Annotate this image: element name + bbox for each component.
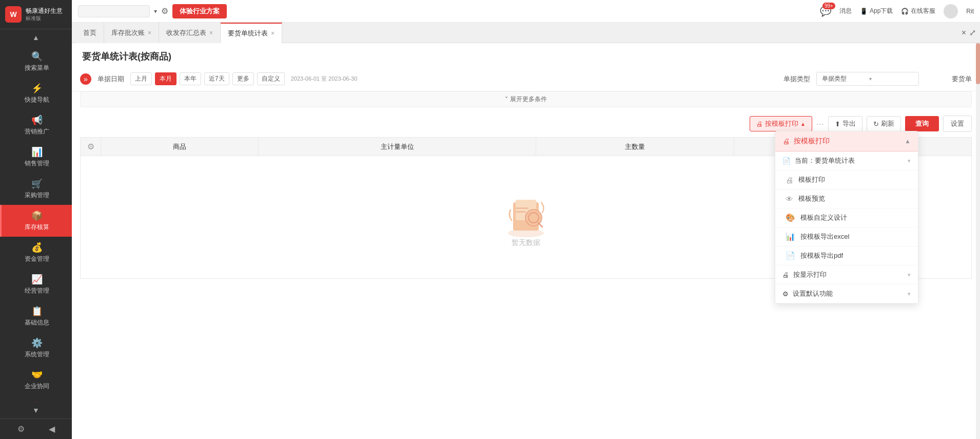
type-filter-label: 单据类型 [783,74,810,84]
date-year[interactable]: 本年 [180,72,201,85]
right-scrollbar[interactable] [976,43,980,439]
trial-btn[interactable]: 体验行业方案 [172,4,227,18]
marketing-icon: 📢 [31,114,43,126]
table-settings-btn[interactable]: ⚙ [87,142,94,151]
tab-home[interactable]: 首页 [76,23,104,43]
app-download-label: App下载 [870,7,893,15]
date-custom[interactable]: 自定义 [257,72,285,85]
set-default-section[interactable]: ⚙ 设置默认功能 ▾ [775,284,918,303]
col-goods-header: 商品 [101,138,259,156]
sidebar-item-finance[interactable]: 💰 资金管理 [0,237,72,269]
col-unit-header: 主计量单位 [258,138,536,156]
dropdown-template-print-item[interactable]: 🖨 模板打印 [775,170,918,189]
sidebar-item-system[interactable]: ⚙️ 系统管理 [0,332,72,364]
topbar-search-input[interactable] [78,5,150,17]
svg-line-5 [538,223,542,227]
current-template-arrow: ▾ [908,158,911,164]
sidebar-item-quick-nav[interactable]: ⚡ 快捷导航 [0,78,72,109]
template-print-dropdown: 🖨 按模板打印 ▲ 📄 当前：要货单统计表 ▾ 🖨 模板打印 [775,131,918,304]
query-btn[interactable]: 查询 [905,116,939,131]
message-btn[interactable]: 💬 99+ [820,6,831,17]
date-range-display: 2023-06-01 至 2023-06-30 [291,75,358,83]
date-7days[interactable]: 近7天 [204,72,229,85]
filter-row-1: » 单据日期 上月 本月 本年 近7天 更多 自定义 2023-06-01 至 … [80,72,972,86]
empty-illustration [500,187,552,238]
sidebar-item-inventory[interactable]: 📦 库存核算 [0,205,72,237]
doc-icon: 📄 [782,157,791,165]
logo-icon: W [5,6,22,23]
display-print-section[interactable]: 🖨 按显示打印 ▾ [775,265,918,284]
tab-close-all-btn[interactable]: × [962,28,966,37]
lightning-icon: ⚡ [31,83,43,94]
cart-icon: 🛒 [31,178,43,189]
sidebar-item-purchase[interactable]: 🛒 采购管理 [0,173,72,205]
sidebar-item-basic[interactable]: 📋 基础信息 [0,300,72,332]
template-print-btn[interactable]: 🖨 按模板打印 ▲ [750,116,812,131]
tab-home-label: 首页 [83,28,96,37]
filter-section: » 单据日期 上月 本月 本年 近7天 更多 自定义 2023-06-01 至 … [72,68,980,91]
yaohuo-type-label: 要货单 [952,74,972,84]
sidebar-item-label: 经营管理 [25,287,49,295]
sidebar-item-marketing[interactable]: 📢 营销推广 [0,109,72,141]
export-btn[interactable]: ⬆ 导出 [828,116,863,131]
dropdown-template-preview-item[interactable]: 👁 模板预览 [775,189,918,208]
col-settings-header: ⚙ [81,138,101,156]
sidebar-item-operation[interactable]: 📈 经营管理 [0,269,72,300]
expand-more-label: 展开更多条件 [510,95,547,104]
topbar-gear-icon[interactable]: ⚙ [161,6,168,16]
sidebar: W 畅康通好生意 标准版 ▲ 🔍 搜索菜单 ⚡ 快捷导航 📢 营销推广 📊 销售… [0,0,72,439]
app-name: 畅康通好生意 [26,7,63,15]
sidebar-nav: 🔍 搜索菜单 ⚡ 快捷导航 📢 营销推广 📊 销售管理 🛒 采购管理 📦 库存核… [0,46,72,402]
settings-bottom-icon[interactable]: ⚙ [17,424,25,434]
pdf-icon: 📄 [786,251,795,260]
main-content: 要货单统计表(按商品) » 单据日期 上月 本月 本年 近7天 更多 自定义 2… [72,43,980,439]
type-select-arrow: ▾ [869,76,913,82]
dropdown-template-excel-item[interactable]: 📊 按模板导出excel [775,227,918,246]
tab-receivable-close[interactable]: × [209,30,213,36]
date-prev-month[interactable]: 上月 [130,72,152,85]
collapse-sidebar-btn[interactable]: ◀ [49,424,55,434]
settings-btn[interactable]: 设置 [943,116,972,132]
sidebar-item-sales[interactable]: 📊 销售管理 [0,141,72,173]
dropdown-collapse-btn[interactable]: ▲ [905,138,911,145]
filter-expand-btn[interactable]: » [80,73,91,85]
svg-rect-6 [516,207,528,209]
sidebar-scroll-up[interactable]: ▲ [30,31,42,44]
expand-more-icon: ˅ [505,96,508,103]
dropdown-template-pdf-item[interactable]: 📄 按模板导出pdf [775,246,918,265]
tab-receivable[interactable]: 收发存汇总表 × [159,23,221,43]
empty-text: 暂无数据 [512,238,540,247]
sidebar-scroll-down[interactable]: ▼ [30,404,42,416]
scrollbar-thumb [976,43,980,84]
sidebar-item-collab[interactable]: 🤝 企业协同 [0,364,72,396]
sidebar-item-search[interactable]: 🔍 搜索菜单 [0,46,72,78]
more-actions-btn[interactable]: ··· [816,119,824,129]
set-default-label: 设置默认功能 [793,289,833,298]
template-print-up-arrow: ▲ [800,121,806,127]
expand-more-btn[interactable]: ˅ 展开更多条件 [80,91,972,107]
tab-order-stat[interactable]: 要货单统计表 × [221,23,282,43]
tab-order-stat-close[interactable]: × [271,30,275,36]
box-icon: 📦 [31,210,43,221]
date-current-month[interactable]: 本月 [155,72,177,85]
username-label[interactable]: Rit [966,8,974,15]
handshake-icon: 🤝 [31,369,43,380]
user-avatar[interactable] [944,4,958,18]
app-download-link[interactable]: 📱 App下载 [860,7,893,15]
tab-batch-close[interactable]: × [148,30,151,36]
chart-icon: 📊 [31,146,43,158]
online-service-link[interactable]: 🎧 在线客服 [901,7,935,15]
current-template-item[interactable]: 📄 当前：要货单统计表 ▾ [775,151,918,170]
app-sub: 标准版 [26,15,63,22]
print-icon: 🖨 [786,176,793,184]
dropdown-template-custom-item[interactable]: 🎨 模板自定义设计 [775,208,918,227]
date-more[interactable]: 更多 [232,72,254,85]
refresh-btn[interactable]: ↻ 刷新 [867,116,901,131]
tab-batch[interactable]: 库存批次账 × [104,23,159,43]
tab-expand-btn[interactable]: ⤢ [969,28,976,37]
printer-icon-header: 🖨 [782,137,790,145]
sidebar-bottom: ⚙ ◀ [0,418,72,439]
topbar-dropdown-arrow[interactable]: ▾ [154,8,157,15]
sidebar-item-guide[interactable]: 🎯 新手引导 [0,396,72,402]
type-select[interactable]: 单据类型 ▾ [816,72,919,86]
